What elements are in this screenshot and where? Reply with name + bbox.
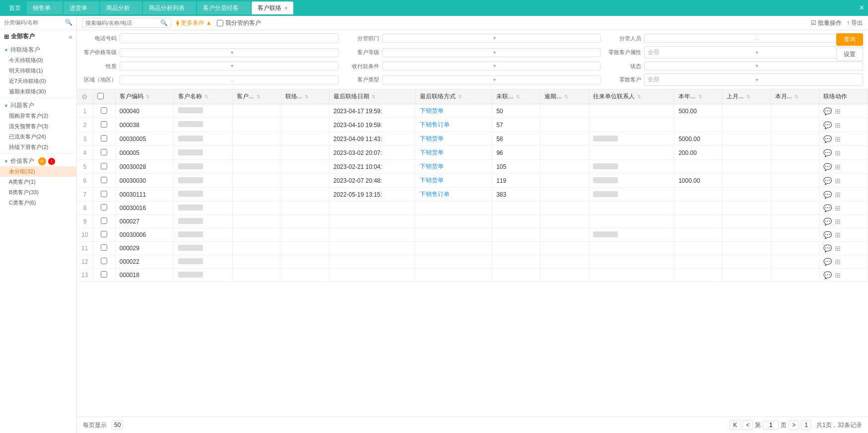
tab-customer-contact-close[interactable]: ×: [284, 5, 287, 11]
method-link[interactable]: 下销货单: [420, 107, 444, 114]
row-checkbox[interactable]: [93, 228, 115, 242]
sidebar-search-icon[interactable]: 🔍: [65, 19, 72, 26]
th-checkbox[interactable]: [93, 89, 115, 104]
sidebar-search-input[interactable]: [4, 19, 63, 25]
th-this-year[interactable]: 本年... ⇅: [674, 89, 723, 104]
th-this-month[interactable]: 本月... ⇅: [771, 89, 819, 104]
next-page-button[interactable]: >: [789, 420, 799, 430]
row-last-method[interactable]: 下销货单: [415, 146, 492, 160]
message-icon[interactable]: 💬: [823, 204, 832, 212]
search-input[interactable]: [85, 20, 158, 26]
tab-goods-analysis-list-close[interactable]: ×: [188, 5, 191, 11]
status-select[interactable]: ▼: [644, 62, 863, 71]
sidebar-item-churn-warning[interactable]: 流失预警客户(3): [0, 121, 76, 132]
method-link[interactable]: 下销售订单: [420, 121, 450, 128]
gear-icon[interactable]: ⚙: [81, 93, 88, 101]
method-link[interactable]: 下销货单: [420, 149, 444, 156]
all-customers-header[interactable]: ⊞ 全部客户 «: [0, 29, 76, 44]
message-icon[interactable]: 💬: [823, 107, 832, 115]
reset-button[interactable]: 设置: [836, 48, 863, 61]
tab-customer-contact[interactable]: 客户联络 ×: [252, 1, 293, 14]
row-checkbox[interactable]: [93, 269, 115, 282]
more-icon[interactable]: ⊞: [835, 271, 841, 279]
row-last-method[interactable]: 下销货单: [415, 174, 492, 188]
more-icon[interactable]: ⊞: [835, 244, 841, 252]
page-number-input[interactable]: [763, 421, 779, 430]
message-icon[interactable]: 💬: [823, 177, 832, 185]
more-icon[interactable]: ⊞: [835, 258, 841, 266]
more-icon[interactable]: ⊞: [835, 149, 841, 157]
sidebar-item-today[interactable]: 今天待联络(0): [0, 55, 76, 66]
staff-select[interactable]: …: [644, 34, 863, 43]
sidebar-item-7days[interactable]: 近7天待联络(0): [0, 76, 76, 86]
prev-page-button[interactable]: <: [742, 420, 753, 430]
sidebar-item-overdue[interactable]: 逾期未联络(30): [0, 86, 76, 97]
row-action[interactable]: 💬⊞: [819, 104, 868, 118]
more-icon[interactable]: ⊞: [835, 231, 841, 239]
price-grade-select[interactable]: ▼: [120, 48, 338, 57]
row-checkbox[interactable]: [93, 174, 115, 188]
tab-goods-analysis[interactable]: 商品分析 ×: [100, 1, 142, 14]
message-icon[interactable]: 💬: [823, 121, 832, 129]
message-icon[interactable]: 💬: [823, 217, 832, 225]
export-button[interactable]: ↑ 导出: [847, 19, 863, 27]
row-action[interactable]: 💬⊞: [819, 174, 868, 188]
row-last-method[interactable]: 下销售订单: [415, 118, 492, 132]
more-icon[interactable]: ⊞: [835, 163, 841, 171]
method-link[interactable]: 下销货单: [420, 135, 444, 142]
tab-purchase-close[interactable]: ×: [90, 5, 93, 11]
row-checkbox[interactable]: [93, 146, 115, 160]
row-last-method[interactable]: 下销货单: [415, 104, 492, 118]
query-button[interactable]: 查询: [836, 33, 863, 46]
th-customer-col[interactable]: 客户... ⇅: [233, 89, 281, 104]
row-checkbox[interactable]: [93, 132, 115, 146]
message-icon[interactable]: 💬: [823, 244, 832, 252]
sidebar-item-class-c[interactable]: C类客户(6): [0, 198, 76, 208]
row-last-method[interactable]: 下销货单: [415, 160, 492, 174]
tab-sales-close[interactable]: ×: [54, 5, 57, 11]
message-icon[interactable]: 💬: [823, 135, 832, 143]
sidebar-item-hoard-anomaly[interactable]: 囤购异常客户(2): [0, 111, 76, 121]
th-overdue[interactable]: 逾期... ⇅: [540, 89, 589, 104]
gender-select[interactable]: ▼: [120, 62, 338, 71]
th-contact-col[interactable]: 联络... ⇅: [281, 89, 329, 104]
more-icon[interactable]: ⊞: [835, 135, 841, 143]
row-checkbox[interactable]: [93, 160, 115, 174]
row-checkbox[interactable]: [93, 202, 115, 215]
row-action[interactable]: 💬⊞: [819, 228, 868, 242]
more-icon[interactable]: ⊞: [835, 177, 841, 185]
row-action[interactable]: 💬⊞: [819, 202, 868, 215]
method-link[interactable]: 下销货单: [420, 177, 444, 184]
search-icon[interactable]: 🔍: [160, 19, 168, 26]
message-icon[interactable]: 💬: [823, 231, 832, 239]
page-size-selector[interactable]: 50: [112, 421, 123, 430]
th-last-month[interactable]: 上月... ⇅: [723, 89, 771, 104]
sidebar-item-tomorrow[interactable]: 明天待联络(1): [0, 66, 76, 76]
customer-grade-select[interactable]: ▼: [382, 48, 601, 57]
more-icon[interactable]: ⊞: [835, 121, 841, 129]
message-icon[interactable]: 💬: [823, 191, 832, 199]
row-checkbox[interactable]: [93, 215, 115, 228]
tab-customer-segment[interactable]: 客户分层经客 ×: [197, 1, 251, 14]
my-customers-checkbox[interactable]: [217, 20, 223, 26]
dept-select[interactable]: ▼: [382, 34, 601, 43]
row-action[interactable]: 💬⊞: [819, 215, 868, 228]
row-checkbox[interactable]: [93, 188, 115, 202]
collapse-icon[interactable]: «: [68, 33, 72, 41]
row-action[interactable]: 💬⊞: [819, 188, 868, 202]
th-code[interactable]: 客户编码 ⇅: [115, 89, 174, 104]
retail-customer-select[interactable]: 全部 ▼: [644, 73, 863, 86]
sidebar-item-churned[interactable]: 已流失客户(24): [0, 132, 76, 142]
group-value[interactable]: ▼ 价值客户 R !: [0, 155, 76, 166]
group-problem[interactable]: ▼ 问题客户: [0, 99, 76, 111]
group-pending-contact[interactable]: ▼ 待联络客户: [0, 44, 76, 55]
row-checkbox[interactable]: [93, 118, 115, 132]
tab-customer-segment-close[interactable]: ×: [242, 5, 245, 11]
region-select[interactable]: …: [120, 75, 338, 84]
more-conditions-btn[interactable]: ⧫ 更多条件 ▲: [176, 19, 212, 27]
sidebar-item-class-b[interactable]: B类客户(33): [0, 187, 76, 198]
phone-input[interactable]: [120, 33, 338, 43]
th-last-method[interactable]: 最后联络方式 ⇅: [415, 89, 492, 104]
more-icon[interactable]: ⊞: [835, 204, 841, 212]
my-customers-check[interactable]: 我分管的客户: [217, 19, 261, 27]
